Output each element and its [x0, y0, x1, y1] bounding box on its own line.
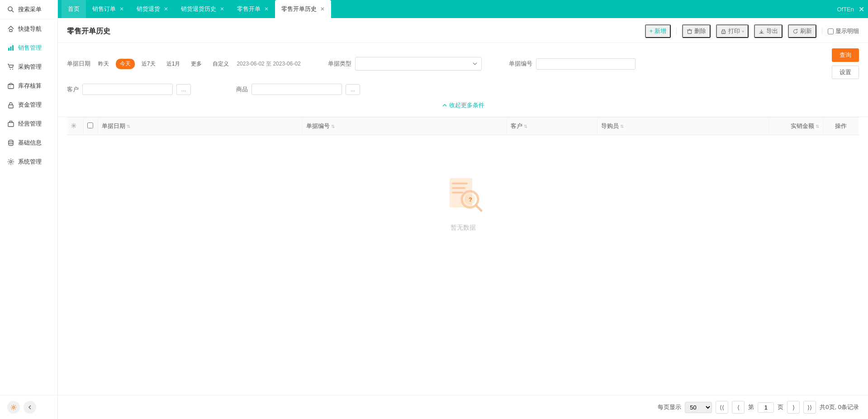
settings-button[interactable]	[7, 401, 20, 414]
doc-no-input[interactable]	[536, 58, 636, 70]
tab-home[interactable]: 首页	[62, 0, 86, 18]
last-page-button[interactable]: ⟩⟩	[803, 401, 816, 414]
svg-rect-18	[722, 32, 725, 33]
customer-input[interactable]	[82, 84, 173, 95]
th-settings[interactable]	[67, 118, 83, 135]
select-all-checkbox[interactable]	[87, 122, 93, 128]
tab-retail-open-history[interactable]: 零售开单历史 ✕	[275, 0, 331, 18]
svg-rect-22	[452, 187, 465, 189]
add-button[interactable]: + 新增	[645, 24, 671, 38]
th-action-label: 操作	[835, 122, 847, 129]
collapse-label: 收起更多条件	[449, 101, 484, 109]
page-label-pre: 第	[748, 403, 754, 411]
tab-sales-return-history[interactable]: 销货退货历史 ✕	[175, 0, 231, 18]
sidebar: 搜索采单 快捷导航 销售管理 采购管理 库存核算	[0, 0, 58, 419]
sidebar-item-quick-nav[interactable]: 快捷导航	[0, 19, 57, 38]
th-amount[interactable]: 实销金额 ⇅	[768, 118, 823, 135]
th-checkbox[interactable]	[83, 118, 98, 135]
export-button[interactable]: 导出	[754, 24, 783, 38]
sidebar-bottom	[0, 395, 57, 419]
sidebar-item-label: 资金管理	[18, 101, 42, 109]
sidebar-item-operations[interactable]: 经营管理	[0, 114, 57, 133]
refresh-icon	[792, 28, 798, 34]
display-detail-input[interactable]	[828, 28, 834, 34]
empty-text: 暂无数据	[451, 224, 476, 232]
sidebar-search[interactable]: 搜索采单	[0, 0, 57, 19]
svg-point-19	[73, 125, 75, 127]
page-number-input[interactable]	[758, 402, 774, 413]
th-action: 操作	[823, 118, 859, 135]
tab-retail-open-close[interactable]: ✕	[264, 6, 269, 12]
table-header: 单据日期 ⇅ 单据编号 ⇅ 客户	[67, 118, 859, 135]
collapse-sidebar-button[interactable]	[24, 401, 36, 414]
th-customer[interactable]: 客户 ⇅	[507, 118, 597, 135]
close-window-button[interactable]: ✕	[859, 5, 864, 14]
th-guide[interactable]: 导购员 ⇅	[597, 118, 768, 135]
print-icon	[721, 28, 726, 34]
settings-filter-button[interactable]: 设置	[832, 66, 859, 79]
goods-filter-group: 商品 ...	[236, 84, 360, 95]
sidebar-item-basic-info[interactable]: 基础信息	[0, 133, 57, 152]
refresh-button[interactable]: 刷新	[788, 24, 816, 38]
date-btn-today[interactable]: 今天	[116, 59, 135, 69]
sidebar-item-purchase-mgmt[interactable]: 采购管理	[0, 57, 57, 76]
sidebar-item-label: 快捷导航	[18, 25, 42, 33]
tab-sales-return-history-close[interactable]: ✕	[220, 6, 224, 12]
prev-page-button[interactable]: ⟨	[732, 401, 745, 414]
print-button[interactable]: 打印 ▾	[716, 24, 749, 38]
sidebar-item-label: 经营管理	[18, 120, 42, 128]
tab-retail-open-history-close[interactable]: ✕	[320, 6, 325, 12]
sidebar-item-sys-mgmt[interactable]: 系统管理	[0, 152, 57, 171]
sidebar-item-label: 采购管理	[18, 63, 42, 71]
delete-button[interactable]: 删除	[682, 24, 711, 38]
filter-row-1: 单据日期 昨天 今天 近7天 近1月 更多 自定义 2023-06-02 至 2…	[67, 48, 859, 79]
briefcase-icon	[7, 120, 14, 127]
tab-retail-open-label: 零售开单	[237, 5, 261, 13]
filter-area: 单据日期 昨天 今天 近7天 近1月 更多 自定义 2023-06-02 至 2…	[58, 43, 868, 117]
per-page-select[interactable]: 50 10 20 100	[685, 402, 712, 413]
collapse-button[interactable]: 收起更多条件	[436, 99, 490, 111]
sidebar-item-label: 库存核算	[18, 82, 42, 90]
svg-rect-15	[688, 30, 691, 33]
query-button[interactable]: 查询	[832, 48, 859, 62]
tab-sales-order-close[interactable]: ✕	[119, 6, 124, 12]
next-page-button[interactable]: ⟩	[787, 401, 800, 414]
date-btn-7days[interactable]: 近7天	[138, 59, 160, 69]
tab-sales-return-close[interactable]: ✕	[164, 6, 168, 12]
sidebar-item-finance[interactable]: 资金管理	[0, 95, 57, 114]
date-btn-more[interactable]: 更多	[187, 59, 206, 69]
goods-search-button[interactable]: ...	[346, 84, 360, 95]
display-detail-checkbox[interactable]: 显示明细	[828, 27, 859, 35]
sort-icon-guide: ⇅	[620, 124, 624, 129]
empty-state: ? 暂无数据	[67, 135, 859, 268]
table-area: 单据日期 ⇅ 单据编号 ⇅ 客户	[58, 117, 868, 395]
svg-point-13	[10, 161, 12, 163]
goods-input[interactable]	[251, 84, 342, 95]
empty-icon: ?	[441, 171, 486, 217]
sidebar-item-sales-mgmt[interactable]: 销售管理	[0, 38, 57, 57]
first-page-button[interactable]: ⟨⟨	[716, 401, 728, 414]
tab-sales-order[interactable]: 销售订单 ✕	[86, 0, 130, 18]
tab-sales-return[interactable]: 销货退货 ✕	[130, 0, 175, 18]
sidebar-item-label: 销售管理	[18, 44, 42, 52]
svg-line-1	[12, 10, 14, 12]
date-btn-yesterday[interactable]: 昨天	[94, 59, 113, 69]
th-doc-no[interactable]: 单据编号 ⇅	[302, 118, 507, 135]
search-icon	[7, 6, 14, 13]
customer-search-button[interactable]: ...	[176, 84, 191, 95]
gear-icon	[7, 158, 14, 165]
th-customer-label: 客户	[511, 122, 522, 130]
toolbar: + 新增 删除 打印 ▾	[645, 24, 859, 38]
table-settings-icon	[71, 122, 77, 129]
cart-icon	[7, 63, 14, 71]
date-btn-custom[interactable]: 自定义	[209, 59, 233, 69]
export-icon	[759, 28, 764, 34]
sidebar-item-inventory[interactable]: 库存核算	[0, 76, 57, 95]
doc-type-select[interactable]	[355, 57, 482, 71]
per-page-label: 每页显示	[658, 403, 681, 411]
th-doc-date[interactable]: 单据日期 ⇅	[98, 118, 302, 135]
date-btn-1month[interactable]: 近1月	[162, 59, 185, 69]
date-range-display: 2023-06-02 至 2023-06-02	[237, 60, 300, 68]
svg-text:?: ?	[469, 196, 472, 203]
tab-retail-open[interactable]: 零售开单 ✕	[231, 0, 275, 18]
